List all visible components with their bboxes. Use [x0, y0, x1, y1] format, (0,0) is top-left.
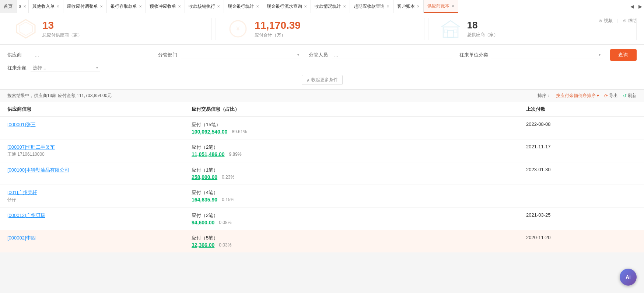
category-input[interactable]	[493, 52, 597, 58]
result-summary: 搜索结果中，供应商13家 应付金额 111,703,854.00元	[7, 93, 112, 99]
sort-label: 排序：	[538, 93, 551, 99]
export-button[interactable]: ⟳ 导出	[604, 93, 618, 99]
search-row-1: 供应商 分管部门 ▾ 分管人员 往来单位分类 ▾	[7, 49, 637, 61]
nav-label-home: 首页	[4, 3, 13, 10]
category-select-wrapper[interactable]: ▾	[491, 51, 603, 59]
table-row: [000001]张三 应付（15笔） 100,092,540.00 89.61%…	[0, 117, 644, 139]
payable-percent: 0.03%	[219, 242, 231, 248]
help-link[interactable]: ⊙ 帮助	[623, 18, 637, 24]
table-row: [000012]广州贝瑞 应付（2笔） 94,600.00 0.08% 2021…	[0, 208, 644, 230]
payable-percent: 0.23%	[222, 175, 234, 180]
nav-label-bank-deposit: 银行存取款单	[111, 3, 137, 10]
payable-amount[interactable]: 32,366.00	[192, 242, 214, 248]
col-header-supplier: 供应商信息	[7, 106, 192, 113]
dept-label: 分管部门	[158, 52, 178, 58]
supplier-link[interactable]: [000002]李四	[7, 235, 192, 241]
close-other-income[interactable]: ✕	[56, 4, 59, 8]
supplier-info-cell: [000007]恒旺二手叉车 王通 17106110000	[7, 144, 192, 158]
payable-info-cell: 应付（2笔） 11,051,486.00 9.89%	[192, 144, 526, 157]
nav-item-other-income[interactable]: 其他收入单 ✕	[29, 0, 63, 13]
nav-item-cash-bank-flow[interactable]: 现金银行流水查询 ✕	[263, 0, 311, 13]
tag-icon: ¥	[227, 18, 249, 40]
payable-label: 应付（2笔）	[192, 144, 526, 151]
stat-number-payable-total: 11,170.39	[255, 19, 301, 32]
stat-number-total-suppliers: 18	[467, 20, 498, 31]
payable-amount[interactable]: 94,600.00	[192, 220, 214, 225]
supplier-link[interactable]: [000100]本特勒油品有限公司	[7, 167, 192, 173]
search-area: 供应商 分管部门 ▾ 分管人员 往来单位分类 ▾	[0, 45, 644, 90]
payable-info-cell: 应付（15笔） 100,092,540.00 89.61%	[192, 121, 526, 135]
stat-block-payable-suppliers: 13 总应付供应商（家）	[7, 18, 212, 40]
payable-label: 应付（1笔）	[192, 167, 526, 173]
close-tab-3[interactable]: ✕	[23, 4, 26, 8]
nav-item-home[interactable]: 首页	[0, 0, 17, 13]
supplier-field: 供应商	[7, 50, 151, 60]
close-overdue-ar[interactable]: ✕	[386, 4, 389, 8]
close-customer-ledger[interactable]: ✕	[417, 4, 420, 8]
person-input-wrapper[interactable]	[332, 51, 452, 59]
video-link[interactable]: ⊙ 视频	[599, 18, 612, 24]
close-receipt-stat[interactable]: ✕	[343, 4, 346, 8]
balance-select-wrapper[interactable]: ▾	[31, 64, 100, 72]
nav-item-bank-deposit[interactable]: 银行存取款单 ✕	[107, 0, 146, 13]
supplier-input-wrapper[interactable]	[31, 50, 151, 60]
payable-info-cell: 应付（5笔） 32,366.00 0.03%	[192, 235, 526, 248]
nav-label-receipt-stat: 收款情况统计	[315, 3, 341, 10]
table-row: [000007]恒旺二手叉车 王通 17106110000 应付（2笔） 11,…	[0, 139, 644, 162]
payable-amount[interactable]: 11,051,486.00	[192, 151, 225, 157]
nav-item-3[interactable]: 3 ✕	[17, 0, 29, 13]
stat-content-total-suppliers: 18 总供应商（家）	[467, 20, 498, 38]
nav-item-customer-ledger[interactable]: 客户账本 ✕	[393, 0, 424, 13]
balance-input[interactable]	[33, 65, 95, 70]
stat-label-payable-total: 应付合计（万）	[255, 32, 301, 38]
refresh-button[interactable]: ↺ 刷新	[623, 93, 637, 99]
payable-amount[interactable]: 258,000.00	[192, 174, 217, 180]
close-cash-bank-stat[interactable]: ✕	[256, 4, 259, 8]
svg-rect-4	[443, 27, 458, 37]
export-icon: ⟳	[604, 93, 608, 99]
nav-item-overdue-ar[interactable]: 超期应收款查询 ✕	[350, 0, 393, 13]
close-bank-deposit[interactable]: ✕	[139, 4, 142, 8]
sort-chevron-icon: ▾	[597, 93, 599, 98]
nav-item-pre-receive[interactable]: 预收冲应收单 ✕	[146, 0, 185, 13]
diamond-icon	[15, 18, 37, 40]
sort-value[interactable]: 按应付余额倒序排序 ▾	[556, 93, 599, 99]
balance-chevron-icon: ▾	[96, 66, 98, 70]
nav-item-supplier-ledger[interactable]: 供应商账本 ✕	[424, 0, 458, 13]
nav-item-receipt-verify[interactable]: 收款核销执行 ✕	[185, 0, 224, 13]
payable-amount[interactable]: 100,092,540.00	[192, 129, 227, 135]
nav-scroll-right[interactable]: ▶	[636, 0, 644, 13]
result-bar-right: 排序： 按应付余额倒序排序 ▾ ⟳ 导出 ↺ 刷新	[538, 93, 637, 99]
supplier-info-cell: [001]广州荣轩 仔仔	[7, 189, 192, 203]
nav-label-cash-bank-stat: 现金银行统计	[228, 3, 254, 10]
table-row: [000100]本特勒油品有限公司 应付（1笔） 258,000.00 0.23…	[0, 162, 644, 185]
close-ar-ap-adjust[interactable]: ✕	[100, 4, 103, 8]
supplier-input[interactable]	[33, 51, 148, 59]
dept-input[interactable]	[183, 52, 296, 58]
nav-scroll-left[interactable]: ◀	[628, 0, 636, 13]
supplier-info-cell: [000100]本特勒油品有限公司	[7, 167, 192, 173]
close-supplier-ledger[interactable]: ✕	[451, 4, 454, 8]
collapse-button[interactable]: ∧ 收起更多条件	[302, 75, 343, 85]
supplier-link[interactable]: [000012]广州贝瑞	[7, 212, 192, 219]
close-pre-receive[interactable]: ✕	[178, 4, 181, 8]
supplier-link[interactable]: [001]广州荣轩	[7, 189, 192, 196]
stat-number-payable-suppliers: 13	[42, 19, 82, 32]
person-field: 分管人员	[309, 51, 452, 59]
supplier-link[interactable]: [000001]张三	[7, 121, 192, 128]
person-input[interactable]	[334, 52, 450, 58]
dept-select-wrapper[interactable]: ▾	[181, 51, 301, 59]
close-receipt-verify[interactable]: ✕	[217, 4, 220, 8]
video-circle-icon: ⊙	[599, 18, 602, 23]
main-table: 供应商信息 应付交易信息（占比） 上次付数 [000001]张三 应付（15笔）…	[0, 102, 644, 253]
payable-label: 应付（4笔）	[192, 189, 526, 196]
supplier-link[interactable]: [000007]恒旺二手叉车	[7, 144, 192, 151]
payable-amount[interactable]: 164,635.90	[192, 197, 217, 203]
query-button[interactable]: 查询	[610, 49, 637, 61]
nav-item-ar-ap-adjust[interactable]: 应收应付调整单 ✕	[63, 0, 107, 13]
close-cash-bank-flow[interactable]: ✕	[304, 4, 307, 8]
nav-item-receipt-stat[interactable]: 收款情况统计 ✕	[311, 0, 350, 13]
svg-rect-7	[454, 30, 457, 33]
nav-item-cash-bank-stat[interactable]: 现金银行统计 ✕	[224, 0, 263, 13]
payable-label: 应付（2笔）	[192, 212, 526, 219]
